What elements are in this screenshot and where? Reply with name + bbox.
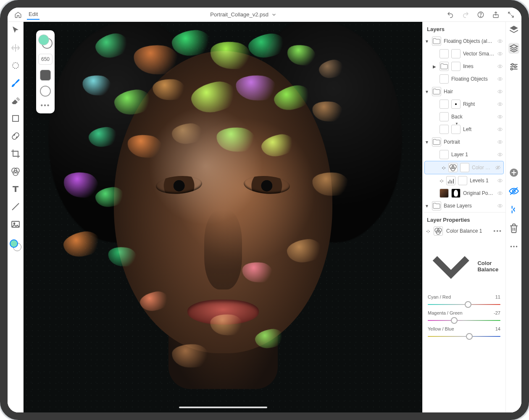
adjustments-tool-icon[interactable] — [11, 166, 21, 176]
visibility-icon[interactable] — [497, 190, 503, 196]
layers-compact-icon[interactable] — [508, 24, 519, 35]
visibility-icon[interactable] — [497, 203, 503, 209]
layer-item[interactable]: Original Portr... — [423, 187, 505, 200]
help-icon[interactable] — [477, 11, 484, 18]
svg-point-43 — [513, 246, 514, 247]
color-balance-header[interactable]: Color Balance — [423, 237, 505, 292]
layer-item[interactable]: Layer 1 — [423, 148, 505, 161]
heal-tool-icon[interactable] — [11, 131, 21, 141]
place-image-tool-icon[interactable] — [11, 219, 21, 229]
home-icon[interactable] — [14, 11, 22, 18]
layer-thumbnail — [440, 100, 449, 109]
document-title-button[interactable]: Portrait_Collage_v2.psd — [210, 11, 276, 18]
undo-icon[interactable] — [447, 11, 454, 18]
layer-thumbnail — [440, 189, 449, 198]
layer-group[interactable]: ▼Base Layers — [423, 200, 505, 212]
crop-tool-icon[interactable] — [11, 149, 21, 159]
disclosure-caret-icon[interactable]: ▼ — [424, 140, 429, 144]
visibility-icon[interactable] — [497, 51, 503, 57]
layer-group[interactable]: ▼Portrait — [423, 136, 505, 148]
adjustment-thumb — [434, 226, 443, 236]
visibility-icon[interactable] — [497, 178, 503, 184]
visibility-toggle-icon[interactable] — [508, 186, 519, 197]
brush-size-field[interactable]: 650 — [38, 54, 53, 65]
type-tool-icon[interactable] — [11, 184, 21, 194]
mode-tab-edit[interactable]: Edit — [27, 9, 39, 20]
layer-item[interactable]: Back — [423, 110, 505, 123]
layer-group[interactable]: ▶lines — [423, 60, 505, 73]
channel-value: 11 — [495, 294, 500, 299]
brush-preset-tile[interactable] — [40, 70, 51, 81]
brush-tool-icon[interactable] — [11, 78, 21, 88]
visibility-icon[interactable] — [497, 139, 503, 145]
share-icon[interactable] — [492, 11, 500, 18]
line-tool-icon[interactable] — [11, 202, 21, 212]
left-toolbar — [8, 22, 24, 412]
fullscreen-icon[interactable] — [507, 11, 515, 18]
visibility-icon[interactable] — [497, 126, 503, 132]
lasso-tool-icon[interactable] — [11, 60, 21, 71]
delete-layer-icon[interactable] — [508, 223, 519, 234]
brush-hardness-swatch[interactable] — [40, 86, 51, 97]
layer-item[interactable]: Floating Objects — [423, 73, 505, 85]
adjustment-indicator-icon — [442, 165, 446, 170]
visibility-icon[interactable] — [497, 38, 503, 44]
layer-name: Floating Objects — [451, 76, 495, 82]
fill-tool-icon[interactable] — [11, 113, 21, 123]
layer-item[interactable]: Vector Smart... — [423, 47, 505, 60]
layer-thumbnail — [440, 49, 449, 58]
layer-item[interactable]: ▼Left — [423, 123, 505, 136]
canvas[interactable] — [24, 22, 422, 412]
layer-item[interactable]: Levels 1 — [423, 174, 505, 187]
layer-mask-thumbnail — [451, 189, 461, 198]
svg-point-33 — [499, 205, 501, 207]
layers-detail-icon[interactable] — [508, 43, 519, 54]
visibility-off-icon[interactable] — [495, 165, 501, 171]
svg-point-31 — [499, 180, 501, 181]
brush-color-swatch[interactable] — [38, 34, 53, 49]
visibility-icon[interactable] — [497, 76, 503, 82]
eraser-tool-icon[interactable] — [11, 96, 21, 106]
layer-item[interactable]: Color Balan... — [424, 161, 504, 174]
foreground-background-color[interactable] — [10, 239, 21, 251]
layer-item[interactable]: Right — [423, 98, 505, 110]
more-options-icon[interactable]: ••• — [41, 102, 50, 109]
transform-tool-icon[interactable] — [11, 43, 21, 53]
adjustment-shortcut-icon[interactable] — [508, 204, 519, 215]
layer-thumbnail — [440, 125, 449, 134]
disclosure-caret-icon[interactable]: ▼ — [424, 89, 429, 94]
svg-point-19 — [499, 116, 501, 118]
layer-thumbnail — [440, 112, 449, 121]
visibility-icon[interactable] — [497, 152, 503, 158]
svg-point-6 — [14, 134, 15, 135]
properties-icon[interactable] — [508, 61, 519, 72]
layer-mask-thumbnail — [451, 49, 461, 58]
layer-mask-thumbnail — [451, 100, 461, 109]
layer-properties-more-icon[interactable]: ••• — [493, 228, 502, 234]
channel-slider[interactable] — [428, 317, 500, 324]
move-tool-icon[interactable] — [11, 25, 21, 35]
disclosure-caret-icon[interactable]: ▼ — [424, 204, 429, 208]
channel-slider[interactable] — [428, 333, 500, 340]
visibility-icon[interactable] — [497, 89, 503, 94]
add-layer-icon[interactable] — [508, 167, 519, 178]
visibility-icon[interactable] — [497, 63, 503, 69]
layer-group[interactable]: ▼Floating Objects (always... — [423, 35, 505, 47]
visibility-icon[interactable] — [497, 114, 503, 120]
disclosure-caret-icon[interactable]: ▶ — [432, 64, 437, 69]
redo-icon[interactable] — [462, 11, 469, 18]
channel-slider[interactable] — [428, 301, 500, 308]
color-balance-channel: Yellow / Blue14 — [423, 324, 505, 340]
layer-thumbnail — [432, 37, 441, 46]
svg-point-38 — [514, 66, 516, 68]
svg-point-18 — [499, 103, 501, 105]
right-rail — [505, 22, 521, 412]
layer-name: Base Layers — [444, 203, 495, 209]
foreground-color-swatch — [10, 239, 18, 248]
layer-name: Color Balan... — [472, 165, 492, 171]
disclosure-caret-icon[interactable]: ▼ — [424, 39, 429, 44]
svg-point-32 — [499, 192, 501, 194]
visibility-icon[interactable] — [497, 101, 503, 107]
layer-group[interactable]: ▼Hair — [423, 85, 505, 98]
more-actions-icon[interactable] — [508, 241, 519, 252]
